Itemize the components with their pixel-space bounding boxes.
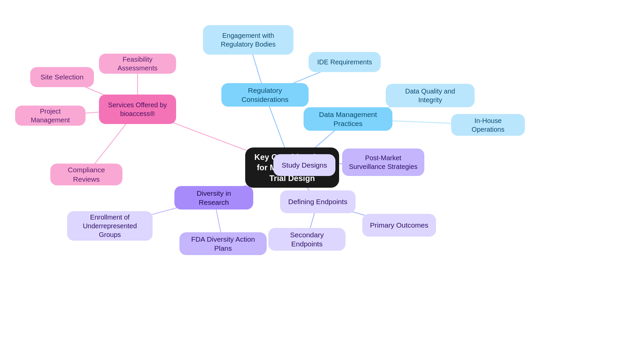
post-market-node[interactable]: Post-Market Surveillance Strategies	[342, 148, 424, 176]
data-management-node[interactable]: Data Management Practices	[304, 107, 392, 131]
site-selection-node[interactable]: Site Selection	[30, 67, 94, 87]
fda-diversity-node[interactable]: FDA Diversity Action Plans	[179, 232, 267, 255]
study-designs-node[interactable]: Study Designs	[273, 154, 335, 176]
diversity-research-node[interactable]: Diversity in Research	[174, 186, 253, 209]
data-quality-node[interactable]: Data Quality and Integrity	[386, 84, 475, 107]
in-house-operations-node[interactable]: In-House Operations	[451, 114, 525, 136]
project-management-node[interactable]: Project Management	[15, 106, 86, 126]
engagement-regulatory-node[interactable]: Engagement with Regulatory Bodies	[203, 25, 293, 55]
compliance-reviews-node[interactable]: Compliance Reviews	[50, 164, 122, 185]
feasibility-assessments-node[interactable]: Feasibility Assessments	[99, 54, 176, 74]
secondary-endpoints-node[interactable]: Secondary Endpoints	[268, 228, 345, 251]
enrollment-node[interactable]: Enrollment of Underrepresented Groups	[67, 211, 153, 241]
defining-endpoints-node[interactable]: Defining Endpoints	[280, 190, 356, 213]
regulatory-considerations-node[interactable]: Regulatory Considerations	[221, 83, 309, 107]
primary-outcomes-node[interactable]: Primary Outcomes	[362, 214, 436, 237]
services-offered-node[interactable]: Services Offered by bioaccess®	[99, 95, 176, 124]
ide-requirements-node[interactable]: IDE Requirements	[309, 52, 381, 72]
